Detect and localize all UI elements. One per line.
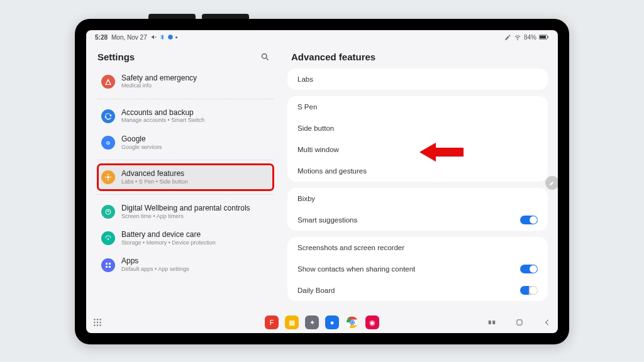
settings-header: Settings <box>97 49 274 69</box>
sidebar-item-subtitle: Manage accounts • Smart Switch <box>121 117 204 124</box>
toggle-switch[interactable] <box>520 286 538 295</box>
svg-marker-17 <box>419 143 464 162</box>
app-messages-icon[interactable]: ● <box>325 315 339 329</box>
settings-card: S PenSide buttonMulti windowMotions and … <box>287 96 548 182</box>
setting-row-smart-suggestions[interactable]: Smart suggestions <box>287 209 548 231</box>
settings-title: Settings <box>97 52 135 62</box>
sidebar-item-icon: G <box>101 136 115 150</box>
svg-line-5 <box>266 58 268 60</box>
status-time: 5:28 <box>95 34 108 41</box>
setting-row-label: Smart suggestions <box>297 216 357 224</box>
status-indicators-left <box>151 34 177 40</box>
setting-row-daily-board[interactable]: Daily Board <box>287 280 548 301</box>
pen-icon <box>504 34 511 41</box>
svg-rect-33 <box>492 321 495 324</box>
setting-row-labs[interactable]: Labs <box>287 69 548 90</box>
setting-row-multi-window[interactable]: Multi window <box>287 139 548 160</box>
sidebar-item-icon <box>101 109 115 123</box>
setting-row-s-pen[interactable]: S Pen <box>287 96 548 118</box>
screen: 5:28 Mon, Nov 27 84% <box>86 30 558 333</box>
toggle-switch[interactable] <box>520 216 538 224</box>
svg-rect-34 <box>517 320 522 325</box>
svg-point-7 <box>107 176 109 178</box>
svg-rect-14 <box>109 263 111 265</box>
status-bar: 5:28 Mon, Nov 27 84% <box>86 30 558 44</box>
sidebar-item-battery-and-device-care[interactable]: Battery and device careStorage • Memory … <box>97 225 274 251</box>
settings-card: Screenshots and screen recorderShow cont… <box>287 237 548 301</box>
svg-rect-3 <box>548 36 548 38</box>
svg-point-24 <box>94 324 96 326</box>
recents-button[interactable] <box>487 318 496 327</box>
sidebar-item-accounts-and-backup[interactable]: Accounts and backupManage accounts • Sma… <box>97 103 274 129</box>
sidebar-item-icon <box>101 170 115 184</box>
detail-title: Advanced features <box>287 49 548 69</box>
sidebar-item-label: Accounts and backup <box>121 108 204 117</box>
search-icon[interactable] <box>260 52 270 62</box>
wifi-icon <box>514 33 521 41</box>
app-discord-icon[interactable]: ✦ <box>305 315 319 329</box>
status-indicators-right: 84% <box>504 33 549 41</box>
svg-point-18 <box>94 319 96 321</box>
sidebar-item-label: Digital Wellbeing and parental controls <box>121 204 250 212</box>
svg-rect-13 <box>106 263 108 265</box>
bluetooth-icon <box>159 34 165 40</box>
sidebar-item-safety-and-emergency[interactable]: Safety and emergencyMedical info <box>97 69 274 95</box>
content-area: Settings Safety and emergencyMedical inf… <box>86 44 558 312</box>
svg-point-25 <box>97 324 99 326</box>
sidebar-item-digital-wellbeing-and-parental-controls[interactable]: Digital Wellbeing and parental controlsS… <box>97 199 274 225</box>
svg-point-10 <box>105 177 106 178</box>
svg-point-19 <box>97 319 99 321</box>
sidebar-item-label: Safety and emergency <box>121 74 197 82</box>
setting-row-screenshots-and-screen-recorder[interactable]: Screenshots and screen recorder <box>287 237 548 258</box>
detail-pane: Advanced features LabsS PenSide buttonMu… <box>281 44 558 312</box>
setting-row-label: Screenshots and screen recorder <box>297 244 404 251</box>
sidebar-item-text: Advanced featuresLabs • S Pen • Side but… <box>121 169 188 185</box>
sidebar-item-subtitle: Default apps • App settings <box>121 266 189 273</box>
sidebar-item-advanced-features[interactable]: Advanced featuresLabs • S Pen • Side but… <box>97 164 274 190</box>
sidebar-item-text: GoogleGoogle services <box>121 134 162 151</box>
svg-text:G: G <box>106 140 110 146</box>
settings-card: BixbySmart suggestions <box>287 188 548 231</box>
setting-row-label: Side button <box>297 124 334 132</box>
setting-row-side-button[interactable]: Side button <box>287 118 548 139</box>
app-files-icon[interactable]: ▦ <box>285 315 299 329</box>
home-button[interactable] <box>515 318 524 327</box>
sidebar-item-text: Accounts and backupManage accounts • Sma… <box>121 108 204 124</box>
sidebar-item-subtitle: Storage • Memory • Device protection <box>121 239 216 247</box>
battery-percent: 84% <box>524 34 536 41</box>
sidebar-item-google[interactable]: GGoogleGoogle services <box>97 129 274 156</box>
sidebar-item-text: Battery and device careStorage • Memory … <box>121 230 216 246</box>
svg-rect-16 <box>109 266 111 268</box>
app-chrome-icon[interactable] <box>345 315 359 329</box>
app-camera-icon[interactable]: ◉ <box>365 315 379 329</box>
setting-row-label: Motions and gestures <box>297 167 367 175</box>
setting-row-show-contacts-when-sharing-content[interactable]: Show contacts when sharing content <box>287 258 548 280</box>
all-apps-icon[interactable] <box>92 317 103 327</box>
setting-row-motions-and-gestures[interactable]: Motions and gestures <box>287 160 548 182</box>
setting-row-label: Labs <box>297 75 313 83</box>
svg-point-20 <box>99 319 101 321</box>
setting-row-bixby[interactable]: Bixby <box>287 188 548 209</box>
back-button[interactable] <box>543 318 552 327</box>
status-date: Mon, Nov 27 <box>111 34 147 41</box>
toggle-switch[interactable] <box>520 265 538 273</box>
canvas: 5:28 Mon, Nov 27 84% <box>0 0 644 362</box>
sidebar-item-subtitle: Medical info <box>121 82 197 90</box>
app-indicator-icon <box>167 34 174 40</box>
more-indicator-dot <box>175 36 177 38</box>
setting-row-label: S Pen <box>297 103 317 111</box>
sidebar-item-text: Safety and emergencyMedical info <box>121 74 197 90</box>
battery-icon <box>539 34 549 40</box>
menu-divider <box>97 99 274 99</box>
sidebar-item-text: AppsDefault apps • App settings <box>121 256 189 273</box>
sidebar-item-text: Digital Wellbeing and parental controlsS… <box>121 204 250 220</box>
menu-divider <box>97 194 274 195</box>
sidebar-item-label: Google <box>121 134 162 143</box>
edge-panel-handle[interactable] <box>545 176 558 190</box>
settings-sidebar: Settings Safety and emergencyMedical inf… <box>86 44 281 312</box>
svg-point-31 <box>351 321 353 324</box>
app-flipboard-icon[interactable]: F <box>265 315 279 329</box>
sidebar-item-apps[interactable]: AppsDefault apps • App settings <box>97 251 274 278</box>
sidebar-item-subtitle: Screen time • App timers <box>121 213 250 221</box>
svg-point-4 <box>262 54 267 59</box>
